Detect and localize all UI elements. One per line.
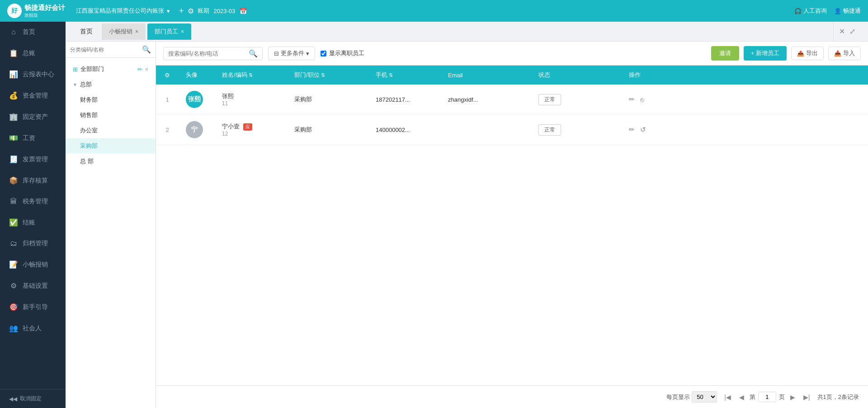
archive-icon: 🗂 — [9, 239, 18, 248]
expand-icon: ▼ — [73, 82, 77, 87]
search-icon[interactable]: 🔍 — [249, 49, 258, 58]
show-resigned-label: 显示离职员工 — [329, 49, 364, 57]
invite-button[interactable]: 邀请 — [711, 46, 739, 61]
dept-purchasing[interactable]: 采购部 — [66, 138, 156, 154]
sidebar-item-ledger[interactable]: 📋 总账 — [0, 42, 66, 64]
action-icons: ✏ ↺ — [629, 126, 861, 134]
tab-department-close[interactable]: × — [181, 28, 184, 35]
period-area: 账期 2023-03 📅 — [198, 7, 247, 15]
sidebar-item-home[interactable]: ⌂ 首页 — [0, 22, 66, 42]
refresh-icon[interactable]: ↺ — [640, 126, 646, 134]
dept-label: 总部 — [80, 80, 92, 89]
tab-expense-close[interactable]: × — [135, 28, 138, 35]
row-phone-cell: 187202117... — [368, 84, 441, 115]
sidebar-item-expense[interactable]: 📝 小畅报销 — [0, 254, 66, 275]
first-page-button[interactable]: |◀ — [722, 393, 734, 402]
tab-home[interactable]: 首页 — [73, 23, 100, 40]
row-actions-cell: ✏ ↺ — [622, 115, 868, 145]
dept-label: 办公室 — [80, 127, 98, 135]
collapse-icon[interactable]: « — [145, 66, 148, 72]
dept-search-input[interactable] — [70, 47, 139, 53]
sidebar-item-inventory[interactable]: 📦 库存核算 — [0, 170, 66, 191]
dept-general[interactable]: 总 部 — [66, 154, 156, 169]
company-selector[interactable]: 江西服宝精品有限责任公司内账张 ▾ — [76, 7, 170, 15]
window-expand-button[interactable]: ⤢ — [849, 27, 855, 36]
show-resigned-checkbox[interactable] — [321, 51, 326, 56]
dept-search-box: 🔍 — [66, 42, 156, 58]
search-icon[interactable]: 🔍 — [142, 45, 151, 54]
filter-icon: ⊟ — [274, 50, 279, 57]
tab-expense[interactable]: 小畅报销 × — [102, 23, 146, 40]
dept-all[interactable]: ⊞ 全部部门 ✏ « — [66, 61, 156, 77]
sidebar-item-guide[interactable]: 🎯 新手引导 — [0, 296, 66, 318]
sidebar-item-salary[interactable]: 💵 工资 — [0, 127, 66, 149]
dept-headquarters[interactable]: ▼ 总部 — [66, 77, 156, 92]
filter-label: 更多条件 — [281, 49, 304, 57]
edit-icon[interactable]: ✏ — [629, 95, 635, 103]
tax-icon: 🏛 — [9, 197, 18, 206]
col-name[interactable]: 姓名/编码 — [215, 66, 287, 84]
invoice-icon: 🧾 — [9, 155, 18, 164]
employee-search-area: 🔍 — [163, 47, 263, 60]
col-avatar: 头像 — [179, 66, 215, 84]
sidebar-item-archive[interactable]: 🗂 归档管理 — [0, 233, 66, 254]
chart-icon: 📊 — [9, 70, 18, 79]
sidebar-item-label: 小畅报销 — [23, 261, 48, 269]
sidebar-item-tax[interactable]: 🏛 税务管理 — [0, 191, 66, 212]
page-number-input[interactable] — [758, 392, 776, 402]
col-actions: 操作 — [622, 66, 868, 84]
next-page-button[interactable]: ▶ — [788, 393, 798, 402]
export-label: 导出 — [806, 49, 818, 57]
col-settings[interactable]: ⚙ — [156, 66, 179, 84]
user-profile[interactable]: 👤 畅捷通 — [834, 7, 861, 15]
filter-button[interactable]: ⊟ 更多条件 ▾ — [268, 47, 315, 60]
sidebar-item-assets[interactable]: 🏢 固定资产 — [0, 106, 66, 127]
edit-dept-icon[interactable]: ✏ — [137, 66, 142, 73]
employee-search-input[interactable] — [168, 50, 246, 57]
prev-page-button[interactable]: ◀ — [736, 393, 747, 402]
dept-sales[interactable]: 销售部 — [66, 108, 156, 123]
sidebar-item-invoice[interactable]: 🧾 发票管理 — [0, 149, 66, 170]
calendar-icon[interactable]: 📅 — [240, 8, 247, 14]
employee-email: zhangxidf... — [448, 96, 478, 103]
sidebar-item-social[interactable]: 👥 社会人 — [0, 318, 66, 339]
window-controls: ✕ ⤢ — [833, 22, 861, 42]
row-index: 1 — [156, 84, 179, 115]
col-phone[interactable]: 手机 — [368, 66, 441, 84]
edit-icon[interactable]: ✏ — [629, 126, 635, 134]
row-status-cell: 正常 — [531, 115, 622, 145]
sidebar-item-label: 云报表中心 — [23, 70, 54, 79]
last-page-button[interactable]: ▶| — [801, 393, 813, 402]
add-icon[interactable]: + — [179, 6, 184, 16]
import-button[interactable]: 📥 导入 — [828, 47, 861, 60]
tab-home-label: 首页 — [80, 28, 93, 36]
dept-office[interactable]: 办公室 — [66, 123, 156, 138]
sidebar-item-close[interactable]: ✅ 结账 — [0, 212, 66, 233]
sidebar-item-funds[interactable]: 💰 资金管理 — [0, 85, 66, 106]
export-button[interactable]: 📤 导出 — [791, 47, 824, 60]
service-button[interactable]: 🎧 人工咨询 — [794, 7, 827, 15]
window-close-button[interactable]: ✕ — [839, 27, 845, 36]
expense-icon: 📝 — [9, 260, 18, 269]
settings-icon[interactable]: ⚙ — [188, 7, 194, 15]
col-dept[interactable]: 部门/职位 — [287, 66, 368, 84]
sidebar-item-settings[interactable]: ⚙ 基础设置 — [0, 275, 66, 296]
sidebar-item-reports[interactable]: 📊 云报表中心 — [0, 64, 66, 85]
page-size-select[interactable]: 20 50 100 — [692, 391, 717, 403]
row-name-cell: 张熙 11 — [215, 84, 287, 115]
add-employee-button[interactable]: + 新增员工 — [744, 46, 787, 61]
employee-dept: 采购部 — [294, 96, 312, 103]
status-badge: 正常 — [538, 94, 561, 105]
company-name: 江西服宝精品有限责任公司内账张 — [76, 7, 164, 15]
logout-icon[interactable]: ⎋ — [640, 96, 644, 103]
page-size-label: 每页显示 — [666, 393, 690, 401]
dept-finance[interactable]: 财务部 — [66, 92, 156, 108]
employee-code: 12 — [222, 131, 280, 137]
sidebar: ⌂ 首页 📋 总账 📊 云报表中心 💰 资金管理 🏢 固定资产 💵 工资 🧾 发… — [0, 22, 66, 408]
cancel-pin-button[interactable]: ◀◀ 取消固定 — [0, 389, 66, 408]
row-avatar-cell: 宁 — [179, 115, 215, 145]
home-icon: ⌂ — [9, 28, 18, 36]
row-name-cell: 宁小壹 应 12 — [215, 115, 287, 145]
tab-department[interactable]: 部门员工 × — [147, 23, 191, 40]
dept-label: 总 部 — [80, 157, 94, 165]
